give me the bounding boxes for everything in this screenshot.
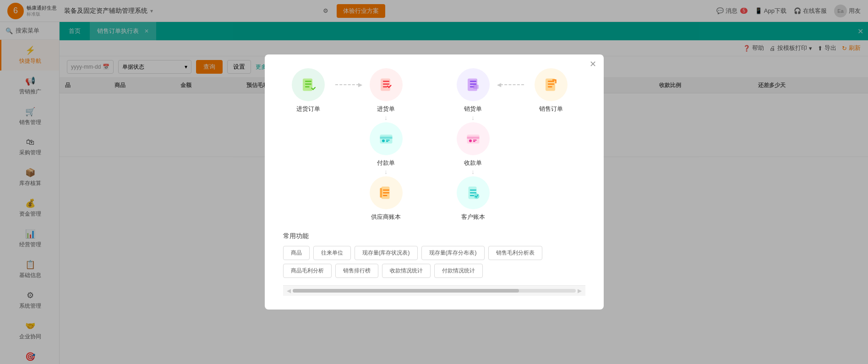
customer-ledger-label: 客户账本 (461, 213, 485, 221)
scrollbar-thumb (293, 289, 519, 293)
svg-rect-3 (473, 85, 479, 89)
flow-node-purchase-order[interactable]: 进货订单 (283, 68, 333, 113)
common-function-button[interactable]: 付款情况统计 (434, 264, 483, 278)
svg-rect-8 (467, 135, 479, 144)
down-arrow-receipt: ↓ (471, 113, 475, 122)
supplier-ledger-label: 供应商账本 (371, 213, 401, 221)
arrow-purchase-to-bill: ▶ (335, 68, 359, 101)
flow-node-customer-ledger[interactable]: 客户账本 (448, 176, 498, 221)
flow-node-sales-bill[interactable]: 销货单 (448, 68, 498, 113)
supplier-ledger-icon (370, 176, 403, 209)
common-function-button[interactable]: 现存量(库存分布表) (421, 246, 485, 260)
flow-row-2-wrap: ↓ 付款单 ↓ (283, 113, 585, 167)
sales-order-label: 销售订单 (539, 105, 563, 113)
flow-node-supplier-ledger[interactable]: 供应商账本 (361, 176, 411, 221)
common-function-button[interactable]: 现存量(库存状况表) (355, 246, 418, 260)
flow-node-sales-order[interactable]: 销售订单 (526, 68, 576, 113)
payment-bill-label: 付款单 (377, 159, 395, 167)
scroll-left-icon[interactable]: ◀ (287, 288, 291, 294)
scroll-bar-area: ◀ ▶ (283, 285, 585, 296)
scroll-right-icon[interactable]: ▶ (578, 288, 582, 294)
payment-bill-icon (370, 122, 403, 155)
down-arrow-customer: ↓ (471, 167, 475, 176)
common-title: 常用功能 (283, 232, 585, 240)
common-function-button[interactable]: 收款情况统计 (382, 264, 431, 278)
sales-bill-label: 销货单 (464, 105, 482, 113)
flow-node-receipt-bill[interactable]: 收款单 (448, 122, 498, 167)
svg-point-7 (382, 140, 385, 142)
purchase-order-icon (292, 68, 325, 101)
purchase-bill-icon (370, 68, 403, 101)
common-functions-section: 常用功能 商品往来单位现存量(库存状况表)现存量(库存分布表)销售毛利分析表商品… (283, 232, 585, 278)
svg-rect-6 (380, 137, 392, 139)
down-arrow-supplier: ↓ (384, 167, 388, 176)
flow-node-payment-bill[interactable]: 付款单 (361, 122, 411, 167)
purchase-bill-label: 进货单 (377, 105, 395, 113)
common-buttons: 商品往来单位现存量(库存状况表)现存量(库存分布表)销售毛利分析表商品毛利分析销… (283, 246, 585, 278)
svg-point-10 (469, 140, 472, 142)
modal-close-button[interactable]: ✕ (590, 60, 596, 68)
scrollbar-track[interactable] (293, 289, 576, 293)
common-function-button[interactable]: 销售毛利分析表 (488, 246, 542, 260)
receipt-bill-icon (457, 122, 490, 155)
customer-ledger-icon (457, 176, 490, 209)
svg-rect-1 (381, 79, 390, 91)
arrow-sales-order-to-bill: ◀ (500, 68, 524, 101)
flow-row-1: 进货订单 ▶ 进货单 (283, 68, 585, 113)
common-function-button[interactable]: 销售排行榜 (335, 264, 378, 278)
common-function-button[interactable]: 商品毛利分析 (283, 264, 332, 278)
flow-node-purchase-bill[interactable]: 进货单 (361, 68, 411, 113)
svg-rect-9 (467, 137, 479, 139)
svg-rect-12 (380, 188, 382, 198)
flow-row-3-wrap: ↓ 供应商账本 ↓ 客户账本 (283, 167, 585, 221)
common-function-button[interactable]: 往来单位 (313, 246, 351, 260)
common-function-button[interactable]: 商品 (283, 246, 310, 260)
down-arrow-payment: ↓ (384, 113, 388, 122)
svg-rect-5 (380, 135, 392, 144)
modal-overlay[interactable]: ✕ 进货订单 ▶ (0, 0, 868, 364)
purchase-order-label: 进货订单 (296, 105, 320, 113)
modal: ✕ 进货订单 ▶ (265, 54, 604, 310)
svg-rect-0 (303, 79, 312, 91)
receipt-bill-label: 收款单 (464, 159, 482, 167)
sales-bill-icon (457, 68, 490, 101)
sales-order-icon (535, 68, 568, 101)
flow-section: 进货订单 ▶ 进货单 (283, 68, 585, 221)
